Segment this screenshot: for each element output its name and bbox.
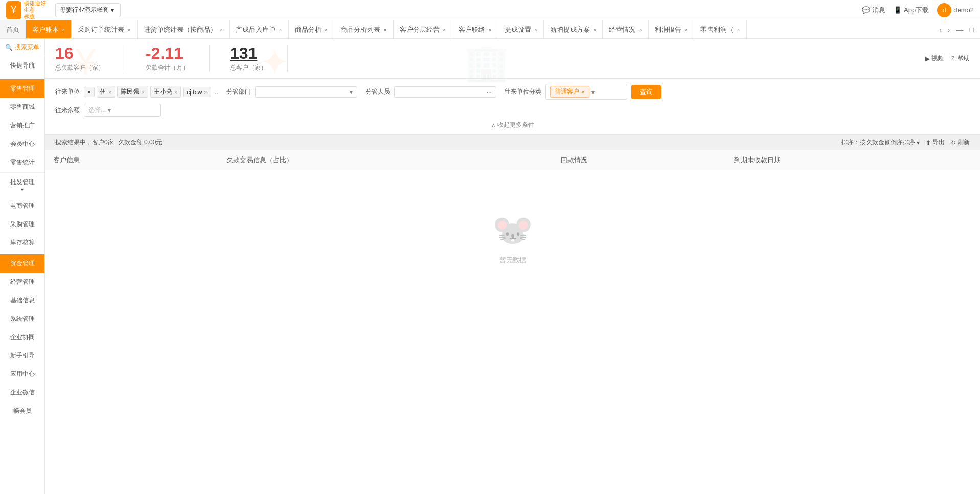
close-tag-wang[interactable]: × — [174, 89, 177, 95]
balance-filter-select[interactable]: 选择... ▾ — [84, 104, 161, 117]
unit-filter-label: 往来单位 — [55, 87, 80, 96]
result-actions: 排序：按欠款金额倒序排序 ▾ ⬆ 导出 ↻ 刷新 — [841, 138, 970, 147]
close-tab-product-analysis[interactable]: × — [325, 27, 328, 33]
sidebar-item-inventory-check[interactable]: 库存核算 — [0, 233, 44, 252]
sidebar-divider-3 — [0, 253, 44, 253]
sidebar-item-system-mgmt[interactable]: 系统管理 — [0, 309, 44, 328]
filter-tag-wang: 王小亮 × — [150, 86, 181, 98]
empty-icon: 🐭 — [492, 211, 533, 250]
close-tab-incoming[interactable]: × — [220, 27, 223, 33]
tab-profit-report[interactable]: 利润报告 × — [649, 20, 694, 39]
tab-product-inbound[interactable]: 产成品入库单 × — [230, 20, 288, 39]
query-button[interactable]: 查询 — [631, 85, 661, 99]
sidebar-item-marketing[interactable]: 营销推广 — [0, 116, 44, 134]
collapse-button[interactable]: ∧ 收起更多条件 — [491, 121, 534, 129]
tab-minimize-button[interactable]: — — [954, 25, 966, 35]
close-tag-chen[interactable]: × — [141, 89, 144, 95]
tab-prev-button[interactable]: ‹ — [937, 25, 944, 35]
sidebar-item-app-center[interactable]: 应用中心 — [0, 365, 44, 383]
close-tab-business-status[interactable]: × — [639, 27, 642, 33]
close-tab-profit-report[interactable]: × — [685, 27, 688, 33]
nav-tabs: 首页 客户账本 × 采购订单统计表 × 进货单统计表（按商品） × 产成品入库单… — [0, 20, 980, 39]
tab-home[interactable]: 首页 — [0, 20, 26, 39]
close-tab-purchase[interactable]: × — [127, 27, 130, 33]
more-tags-button[interactable]: ... — [213, 88, 218, 96]
close-tag-wu[interactable]: × — [108, 89, 111, 95]
sidebar-item-basic-info[interactable]: 基础信息 — [0, 291, 44, 309]
tab-purchase-order-stats[interactable]: 采购订单统计表 × — [72, 20, 137, 39]
user-avatar[interactable]: d demo2 — [937, 3, 974, 17]
filter-tag-wu: 伍 × — [97, 86, 115, 98]
balance-filter-label: 往来余额 — [55, 106, 80, 115]
close-tab-customer-account[interactable]: × — [62, 27, 65, 33]
close-tab-product-analysis-list[interactable]: × — [383, 27, 386, 33]
result-bar: 搜索结果中，客户0家 欠款金额 0.00元 排序：按欠款金额倒序排序 ▾ ⬆ 导… — [45, 135, 980, 150]
help-button[interactable]: ？ 帮助 — [950, 54, 970, 63]
close-tab-raise-settings[interactable]: × — [534, 27, 537, 33]
tab-new-raise-plan[interactable]: 新增提成方案 × — [544, 20, 603, 39]
message-icon: 💬 — [862, 6, 870, 14]
sidebar-item-retail-mgmt[interactable]: 零售管理 — [0, 79, 44, 98]
data-table: 客户信息 欠款交易信息（占比） 回款情况 到期未收款日期 — [45, 150, 980, 170]
dept-chevron-icon: ▾ — [350, 88, 353, 96]
tab-customer-layer[interactable]: 客户分层经营 × — [394, 20, 452, 39]
close-tab-retail-profit[interactable]: × — [737, 27, 740, 33]
sidebar-item-enterprise-agreement[interactable]: 企业协同 — [0, 328, 44, 346]
message-button[interactable]: 💬 消息 — [862, 6, 885, 15]
tab-maximize-button[interactable]: □ — [968, 25, 976, 35]
chevron-down-icon: ▾ — [21, 187, 24, 192]
workspace-selector[interactable]: 母婴行业演示帐套 ▾ — [55, 3, 121, 17]
tab-business-status[interactable]: 经营情况 × — [603, 20, 648, 39]
search-icon: 🔍 — [5, 44, 13, 51]
col-due-date: 到期未收款日期 — [726, 150, 980, 170]
sidebar-item-retail-mall[interactable]: 零售商城 — [0, 98, 44, 116]
stats-bg-icon-1: ¥ — [76, 41, 96, 82]
tab-retail-profit[interactable]: 零售利润（ × — [694, 20, 746, 39]
tab-product-analysis[interactable]: 商品分析 × — [289, 20, 334, 39]
export-icon: ⬆ — [926, 139, 931, 146]
debt-amount-text: 欠款金额 0.00元 — [118, 138, 163, 147]
col-customer-info: 客户信息 — [45, 150, 218, 170]
close-unit-type-tag[interactable]: × — [581, 88, 585, 96]
sidebar-item-enterprise-wechat[interactable]: 企业微信 — [0, 383, 44, 401]
close-tag-cjttcw[interactable]: × — [204, 89, 207, 95]
sidebar-item-purchase-mgmt[interactable]: 采购管理 — [0, 215, 44, 233]
export-button[interactable]: ⬆ 导出 — [926, 138, 945, 147]
tab-next-button[interactable]: › — [946, 25, 952, 35]
close-tab-new-raise-plan[interactable]: × — [593, 27, 596, 33]
empty-label: 暂无数据 — [499, 256, 526, 265]
search-menu-button[interactable]: 🔍 搜索菜单 — [0, 39, 44, 56]
close-tab-product-inbound[interactable]: × — [279, 27, 282, 33]
unit-type-filter-select[interactable]: 普通客户 × ▾ — [545, 84, 627, 100]
person-more-btn[interactable]: ··· — [487, 88, 492, 96]
video-button[interactable]: ▶ 视频 — [925, 54, 944, 63]
avatar-icon: d — [937, 3, 951, 17]
tab-customer-account[interactable]: 客户账本 × — [26, 20, 72, 39]
tab-product-analysis-list[interactable]: 商品分析列表 × — [334, 20, 393, 39]
tab-customer-contact[interactable]: 客户联络 × — [452, 20, 498, 39]
tab-controls: ‹ › — □ — [933, 20, 980, 39]
sidebar-item-retail-stats[interactable]: 零售统计 — [0, 153, 44, 171]
dept-filter-select[interactable]: ▾ — [255, 86, 357, 98]
sidebar-item-ecommerce-mgmt[interactable]: 电商管理 — [0, 196, 44, 215]
tab-raise-settings[interactable]: 提成设置 × — [498, 20, 544, 39]
filter-row-1: 往来单位 × 伍 × 陈民强 × — [55, 84, 970, 100]
sidebar-item-capital-mgmt[interactable]: 资金管理 — [0, 254, 44, 273]
sidebar-item-member-center[interactable]: 会员中心 — [0, 134, 44, 153]
refresh-button[interactable]: ↻ 刷新 — [951, 138, 970, 147]
sort-selector[interactable]: 排序：按欠款金额倒序排序 ▾ — [841, 138, 920, 147]
refresh-icon: ↻ — [951, 139, 956, 146]
sidebar-item-operation-mgmt[interactable]: 经营管理 — [0, 273, 44, 291]
main-layout: 🔍 搜索菜单 快捷导航 零售管理 零售商城 营销推广 会员中心 — [0, 39, 980, 494]
person-filter-select[interactable]: ··· — [394, 86, 496, 98]
top-bar: ¥ 畅捷通好生意 标版 母婴行业演示帐套 ▾ 💬 消息 📱 App下载 d de… — [0, 0, 980, 20]
sidebar-item-new-guide[interactable]: 新手引导 — [0, 346, 44, 365]
close-tab-customer-layer[interactable]: × — [443, 27, 446, 33]
sidebar-item-vip-member[interactable]: 畅会员 — [0, 401, 44, 420]
sidebar-item-quick-nav[interactable]: 快捷导航 — [0, 56, 44, 75]
sidebar-item-batch-mgmt[interactable]: 批发管理 ▾ — [0, 174, 44, 196]
app-download-button[interactable]: 📱 App下载 — [894, 6, 929, 15]
tab-incoming-stats[interactable]: 进货单统计表（按商品） × — [138, 20, 230, 39]
close-tab-customer-contact[interactable]: × — [488, 27, 491, 33]
help-icon: ？ — [950, 54, 956, 63]
